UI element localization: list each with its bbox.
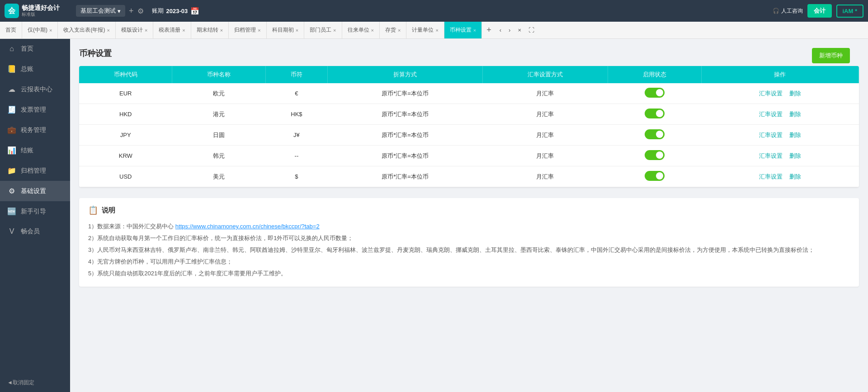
sidebar-item-checkout[interactable]: 📊 结账 — [0, 140, 70, 161]
sidebar-label-guide: 新手引导 — [21, 208, 46, 216]
tab-annual-close[interactable]: × — [107, 28, 109, 33]
logo-area: 会 畅捷通好会计 标准版 — [5, 4, 72, 18]
tab-taxbook-label: 税表清册 — [159, 26, 180, 34]
tab-home[interactable]: 首页 — [0, 22, 22, 38]
cell-actions-1: 汇率设置 删除 — [701, 104, 859, 125]
tab-unit[interactable]: 计量单位 × — [406, 22, 444, 38]
rate-setting-btn-4[interactable]: 汇率设置 — [759, 173, 783, 180]
company-selector[interactable]: 基层工会测试 ▾ — [76, 5, 125, 17]
sidebar-item-tax[interactable]: 💼 税务管理 — [0, 120, 70, 140]
rate-setting-btn-2[interactable]: 汇率设置 — [759, 132, 783, 138]
cell-toggle-2[interactable] — [608, 125, 701, 146]
tab-dept[interactable]: 部门员工 × — [304, 22, 342, 38]
tab-subject-close[interactable]: × — [296, 28, 298, 33]
tab-home-label: 首页 — [5, 26, 16, 34]
iamstar-button[interactable]: iAM * — [836, 5, 864, 18]
delete-btn-2[interactable]: 删除 — [789, 132, 801, 138]
account-button[interactable]: 会计 — [807, 4, 832, 18]
cell-calc-0: 原币*汇率=本位币 — [327, 83, 482, 104]
tab-archive-close[interactable]: × — [258, 28, 260, 33]
member-icon: V — [7, 227, 16, 236]
cell-toggle-3[interactable] — [608, 146, 701, 166]
sidebar-item-ledger[interactable]: 📒 总账 — [0, 59, 70, 79]
note-2: 2）系统自动获取每月第一个工作日的汇率标价，统一为直接标价法，即1外币可以兑换的… — [88, 232, 850, 244]
tab-currency[interactable]: 币种设置 × — [444, 22, 482, 38]
notes-title: 📋 说明 — [88, 205, 850, 215]
sidebar-label-invoice: 发票管理 — [21, 106, 46, 114]
tab-unit-close[interactable]: × — [435, 28, 438, 33]
calendar-icon[interactable]: 📅 — [190, 7, 199, 15]
tab-subject[interactable]: 科目期初 × — [267, 22, 304, 38]
tab-annual[interactable]: 收入支出表(年报) × — [58, 22, 115, 38]
settings-icon[interactable]: ⚙ — [137, 7, 144, 15]
tab-period[interactable]: 期末结转 × — [191, 22, 229, 38]
sidebar-item-guide[interactable]: 🆕 新手引导 — [0, 201, 70, 222]
toggle-switch-4[interactable] — [645, 171, 665, 181]
delete-btn-3[interactable]: 删除 — [789, 152, 801, 159]
tab-bar: 首页 仅(中期) × 收入支出表(年报) × 模版设计 × 税表清册 × 期末结… — [0, 22, 868, 39]
toggle-switch-1[interactable] — [645, 109, 665, 118]
tab-period-close[interactable]: × — [220, 28, 223, 33]
tab-taxbook[interactable]: 税表清册 × — [153, 22, 191, 38]
tab-inventory[interactable]: 存货 × — [380, 22, 406, 38]
add-company-icon[interactable]: + — [129, 6, 134, 16]
sidebar-label-ledger: 总账 — [21, 65, 33, 73]
rate-setting-btn-0[interactable]: 汇率设置 — [759, 90, 783, 97]
tab-dept-close[interactable]: × — [333, 28, 336, 33]
tab-mid-label: 仅(中期) — [28, 26, 47, 34]
cell-symbol-0: € — [265, 83, 327, 104]
tab-close-all[interactable]: × — [514, 22, 525, 38]
tab-mid-close[interactable]: × — [49, 28, 52, 33]
cloud-icon: ☁ — [7, 85, 16, 94]
tab-archive-label: 归档管理 — [234, 26, 256, 34]
help-button[interactable]: 🎧 人工咨询 — [773, 7, 803, 15]
new-currency-button[interactable]: 新增币种 — [812, 48, 850, 63]
table-header-row: 币种代码 币种名称 币符 折算方式 汇率设置方式 启用状态 操作 — [79, 66, 859, 83]
guide-icon: 🆕 — [7, 207, 16, 216]
col-name: 币种名称 — [172, 66, 266, 83]
tab-template[interactable]: 模版设计 × — [116, 22, 153, 38]
sidebar: ⌂ 首页 📒 总账 ☁ 云报表中心 🧾 发票管理 💼 税务管理 📊 结账 📁 归… — [0, 39, 70, 392]
tab-taxbook-close[interactable]: × — [182, 28, 185, 33]
cell-name-0: 欧元 — [172, 83, 266, 104]
notes-section: 📋 说明 1）数据来源：中国外汇交易中心 https://www.chinamo… — [79, 198, 859, 287]
tab-template-close[interactable]: × — [145, 28, 147, 33]
tab-currency-close[interactable]: × — [473, 28, 476, 33]
toggle-switch-0[interactable] — [645, 88, 665, 98]
tab-archive[interactable]: 归档管理 × — [229, 22, 266, 38]
cell-toggle-1[interactable] — [608, 104, 701, 125]
notes-icon: 📋 — [88, 205, 98, 215]
cell-rate-type-3: 月汇率 — [482, 146, 608, 166]
rate-setting-btn-3[interactable]: 汇率设置 — [759, 152, 783, 159]
sidebar-label-home: 首页 — [21, 45, 33, 53]
table-row: EUR 欧元 € 原币*汇率=本位币 月汇率 汇率设置 删除 — [79, 83, 859, 104]
tab-partner[interactable]: 往来单位 × — [342, 22, 380, 38]
ledger-icon: 📒 — [7, 65, 16, 73]
cell-toggle-0[interactable] — [608, 83, 701, 104]
add-tab-button[interactable]: + — [482, 22, 496, 38]
sidebar-item-settings[interactable]: ⚙ 基础设置 — [0, 181, 70, 201]
notes-link[interactable]: https://www.chinamoney.com.cn/chinese/bk… — [175, 223, 320, 230]
cell-name-1: 港元 — [172, 104, 266, 125]
delete-btn-0[interactable]: 删除 — [789, 90, 801, 97]
toggle-switch-2[interactable] — [645, 129, 665, 139]
period-value: 2023-03 — [166, 8, 188, 14]
tab-nav-left[interactable]: ‹ — [496, 22, 505, 38]
tab-expand[interactable]: ⛶ — [525, 22, 538, 38]
rate-setting-btn-1[interactable]: 汇率设置 — [759, 111, 783, 118]
tab-inventory-close[interactable]: × — [398, 28, 401, 33]
sidebar-item-archive[interactable]: 📁 归档管理 — [0, 161, 70, 181]
sidebar-item-member[interactable]: V 畅会员 — [0, 222, 70, 241]
sidebar-item-reports[interactable]: ☁ 云报表中心 — [0, 79, 70, 99]
tab-partner-close[interactable]: × — [371, 28, 374, 33]
toggle-switch-3[interactable] — [645, 150, 665, 160]
sidebar-item-invoice[interactable]: 🧾 发票管理 — [0, 99, 70, 120]
tab-nav-right[interactable]: › — [505, 22, 514, 38]
sidebar-item-home[interactable]: ⌂ 首页 — [0, 39, 70, 59]
sidebar-pin-toggle[interactable]: ◄取消固定 — [0, 373, 70, 392]
top-right: 🎧 人工咨询 会计 iAM * — [773, 4, 864, 18]
cell-toggle-4[interactable] — [608, 166, 701, 187]
delete-btn-1[interactable]: 删除 — [789, 111, 801, 118]
tab-mid[interactable]: 仅(中期) × — [22, 22, 58, 38]
delete-btn-4[interactable]: 删除 — [789, 173, 801, 180]
